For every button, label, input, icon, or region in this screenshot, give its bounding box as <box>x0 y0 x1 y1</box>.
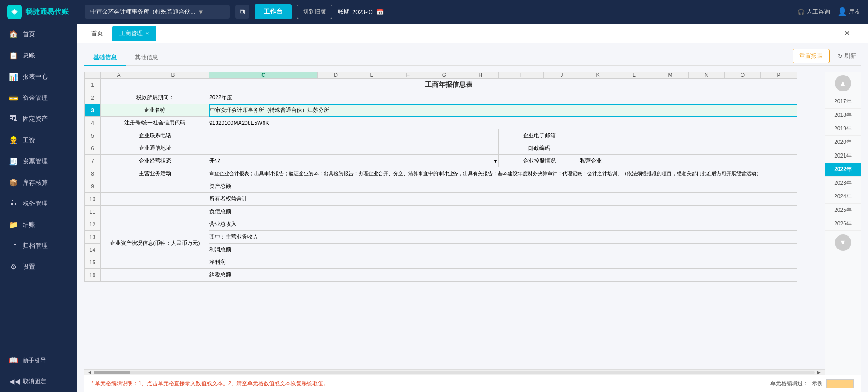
page-content: 基础信息 其他信息 重置报表 ↻ 刷新 <box>77 43 868 392</box>
row-num: 5 <box>85 129 101 142</box>
sidebar: 🏠 首页 📋 总账 📊 报表中心 💳 资金管理 🏗 固定资产 👷 工资 <box>0 24 77 392</box>
row-num: 4 <box>85 117 101 129</box>
cell-r9-empty <box>101 180 209 193</box>
scroll-right-arrow[interactable]: ▶ <box>815 370 824 375</box>
table-row: 16 纳税总额 <box>85 269 797 282</box>
service-label: 人工咨询 <box>807 8 830 16</box>
sidebar-item-settings[interactable]: ⚙ 设置 <box>0 256 77 277</box>
spreadsheet-container[interactable]: A B C D E F G H I J <box>84 72 825 369</box>
cell-assets-value[interactable] <box>354 180 797 193</box>
fixed-icon: 🏗 <box>9 115 18 123</box>
cell-netprofit-value[interactable] <box>354 256 797 269</box>
service-button[interactable]: 🎧 人工咨询 <box>797 8 830 16</box>
sidebar-item-close[interactable]: 📁 结账 <box>0 214 77 235</box>
sidebar-item-archive[interactable]: 🗂 归档管理 <box>0 235 77 256</box>
cell-sample-label: 示例 <box>812 380 823 387</box>
cell-biz-value[interactable]: 审查企业会计报表；出具审计报告；验证企业资本；出具验资报告；办理企业合开、分立、… <box>209 167 797 180</box>
cell-address-label: 企业通信地址 <box>101 142 209 155</box>
sidebar-item-ledger[interactable]: 📋 总账 <box>0 45 77 66</box>
logo-icon <box>7 5 22 19</box>
tax-icon: 🏛 <box>9 200 18 208</box>
cell-equity-value[interactable] <box>354 193 797 206</box>
refresh-button[interactable]: ↻ 刷新 <box>833 49 861 63</box>
cell-revenue-value[interactable] <box>354 218 797 231</box>
panel-down-button[interactable]: ▼ <box>835 234 851 251</box>
tab-basic-info[interactable]: 基础信息 <box>84 50 126 66</box>
sidebar-item-fund[interactable]: 💳 资金管理 <box>0 87 77 109</box>
sidebar-item-inventory[interactable]: 📦 库存核算 <box>0 172 77 193</box>
cell-postcode-value[interactable] <box>580 142 797 155</box>
cell-holding-value[interactable]: 私营企业 <box>580 155 797 167</box>
calendar-icon[interactable]: 📅 <box>377 9 384 15</box>
copy-icon-button[interactable]: ⧉ <box>235 5 249 19</box>
sidebar-item-newbie[interactable]: 📖 新手引导 <box>0 349 77 371</box>
scrollbar-thumb[interactable] <box>94 371 130 374</box>
year-item-2025[interactable]: 2025年 <box>825 204 861 217</box>
report-icon: 📊 <box>9 72 18 81</box>
horizontal-scrollbar[interactable]: ◀ ▶ <box>84 369 825 375</box>
dropdown-arrow-icon[interactable]: ▼ <box>493 158 498 164</box>
sidebar-item-label: 工资 <box>23 136 35 144</box>
year-item-2018[interactable]: 2018年 <box>825 109 861 122</box>
sidebar-item-invoice[interactable]: 🧾 发票管理 <box>0 151 77 172</box>
table-row: 11 负债总额 <box>85 206 797 218</box>
status-dropdown[interactable]: 开业 ▼ <box>209 157 498 165</box>
workbench-button[interactable]: 工作台 <box>255 4 292 19</box>
year-item-2017[interactable]: 2017年 <box>825 95 861 109</box>
tab-home[interactable]: 首页 <box>84 26 110 41</box>
bottom-right: 单元格编辑过： 示例 <box>770 379 854 388</box>
row-num: 8 <box>85 167 101 180</box>
cell-period-value[interactable]: 2022年度 <box>209 91 797 104</box>
year-item-2022[interactable]: 2022年 <box>825 163 861 177</box>
sidebar-item-report[interactable]: 📊 报表中心 <box>0 66 77 87</box>
cell-email-value[interactable] <box>580 129 797 142</box>
sidebar-item-fixed[interactable]: 🏗 固定资产 <box>0 109 77 129</box>
ledger-icon: 📋 <box>9 51 18 60</box>
sidebar-item-tax[interactable]: 🏛 税务管理 <box>0 193 77 214</box>
tab-active[interactable]: 工商管理 × <box>112 26 156 41</box>
reset-report-button[interactable]: 重置报表 <box>793 49 830 63</box>
tab-close-button[interactable]: × <box>146 30 149 37</box>
year-item-2023[interactable]: 2023年 <box>825 177 861 190</box>
cell-main-revenue-value[interactable] <box>390 231 797 244</box>
user-menu[interactable]: 👤 用友 <box>837 7 861 17</box>
scroll-left-arrow[interactable]: ◀ <box>85 370 94 375</box>
row-num: 1 <box>85 79 101 91</box>
app-logo: 畅捷通易代账 <box>7 5 80 19</box>
cell-address-value[interactable] <box>209 142 499 155</box>
cell-debt-value[interactable] <box>354 206 797 218</box>
sidebar-item-unpin[interactable]: ◀◀ 取消固定 <box>0 371 77 392</box>
cell-tax-value[interactable] <box>354 269 797 282</box>
sidebar-item-salary[interactable]: 👷 工资 <box>0 129 77 151</box>
bottom-bar: * 单元格编辑说明：1、点击单元格直接录入数值或文本。2、清空单元格数值或文本恢… <box>84 375 861 392</box>
header-right: 🎧 人工咨询 👤 用友 <box>797 7 861 17</box>
company-selector[interactable]: 中审众环会计师事务所（特殊普通合伙... ▼ <box>85 5 230 19</box>
sidebar-item-home[interactable]: 🏠 首页 <box>0 24 77 45</box>
year-item-2024[interactable]: 2024年 <box>825 190 861 204</box>
panel-up-button[interactable]: ▲ <box>835 75 851 91</box>
old-version-button[interactable]: 切到旧版 <box>297 5 332 19</box>
cell-status-value[interactable]: 开业 ▼ <box>209 155 499 167</box>
row-num: 11 <box>85 206 101 218</box>
year-item-2021[interactable]: 2021年 <box>825 149 861 163</box>
cell-assets-label: 资产总额 <box>209 180 354 193</box>
cell-profit-value[interactable] <box>354 244 797 256</box>
cell-debt-label: 负债总额 <box>209 206 354 218</box>
tab-other-info[interactable]: 其他信息 <box>126 50 167 66</box>
cell-company-value[interactable]: 中审众环会计师事务所（特殊普通合伙）江苏分所 <box>209 104 797 117</box>
col-header-j: J <box>544 72 580 79</box>
row-num-highlighted: 3 <box>85 104 101 117</box>
col-header-e: E <box>354 72 390 79</box>
scrollbar-track <box>94 371 815 374</box>
cell-group-label: 企业资产状况信息(币种：人民币万元) <box>101 218 209 269</box>
cell-phone-value[interactable] <box>209 129 499 142</box>
year-item-2020[interactable]: 2020年 <box>825 136 861 149</box>
close-window-icon[interactable]: ✕ <box>844 29 850 38</box>
app-header: 畅捷通易代账 中审众环会计师事务所（特殊普通合伙... ▼ ⧉ 工作台 切到旧版… <box>0 0 868 24</box>
year-item-2026[interactable]: 2026年 <box>825 217 861 231</box>
cell-regnum-value[interactable]: 91320100MA208E5W6K <box>209 117 797 129</box>
year-item-2019[interactable]: 2019年 <box>825 122 861 136</box>
fund-icon: 💳 <box>9 94 18 102</box>
maximize-icon[interactable]: ⛶ <box>854 29 861 38</box>
col-header-k: K <box>580 72 616 79</box>
